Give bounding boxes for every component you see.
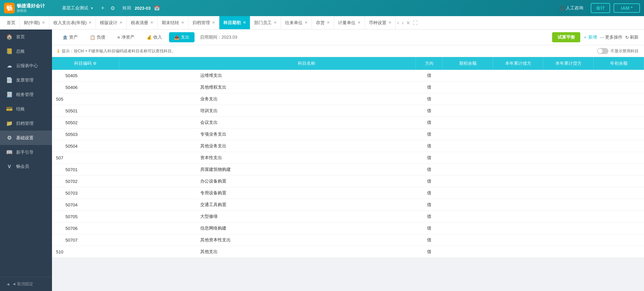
- tab-dept-staff[interactable]: 部门员工 ✕: [250, 16, 281, 30]
- human-consult-button[interactable]: 🎧 人工咨询: [559, 5, 583, 11]
- top-header: 畅 畅捷通好会计 旗舰版 基层工会测试 ▼ + ⚙ 账期 2023-03 📅 🎧…: [0, 0, 644, 16]
- cell-period-balance: [443, 70, 493, 82]
- tab-close-icon[interactable]: ✕: [181, 20, 184, 25]
- calendar-icon[interactable]: 📅: [154, 5, 160, 11]
- calc-balance-button[interactable]: 试算平衡: [552, 32, 580, 42]
- tab-transactions[interactable]: 往来单位 ✕: [281, 16, 312, 30]
- tab-home[interactable]: 首页: [3, 16, 20, 30]
- tab-close-icon[interactable]: ✕: [42, 20, 45, 25]
- subtab-asset[interactable]: 🏦 资产: [57, 32, 83, 42]
- tab-finance-mid[interactable]: 财(中期) ✕: [20, 16, 49, 30]
- tab-close-icon[interactable]: ✕: [243, 20, 246, 25]
- sidebar-item-invoice[interactable]: 📄 发票管理: [0, 73, 52, 87]
- settings-icon[interactable]: ⚙: [109, 5, 116, 11]
- table-row[interactable]: 50702办公设备购置借: [52, 176, 644, 187]
- tab-close-all-icon[interactable]: ✕: [405, 20, 412, 26]
- subtab-expenditure[interactable]: 📤 支出: [169, 32, 195, 42]
- table-row[interactable]: 507资本性支出借: [52, 152, 644, 164]
- table-row[interactable]: 50502会议支出借: [52, 117, 644, 129]
- refresh-icon: ↻: [625, 35, 629, 40]
- cell-period-balance: [443, 246, 493, 258]
- sidebar-collapse-button[interactable]: ◄ ◄ 取消固定: [0, 277, 52, 291]
- tab-expand-icon[interactable]: ⛶: [412, 20, 419, 26]
- sidebar-item-reports[interactable]: ☁ 云报表中心: [0, 58, 52, 73]
- cell-period-balance: [443, 223, 493, 234]
- cell-code: 50405: [52, 70, 198, 82]
- tab-close-icon[interactable]: ✕: [305, 20, 308, 25]
- tab-close-icon[interactable]: ✕: [212, 20, 215, 25]
- tab-close-icon[interactable]: ✕: [274, 20, 277, 25]
- iam-button[interactable]: iAM *: [613, 3, 640, 13]
- cell-code: 50707: [52, 234, 198, 246]
- table-row[interactable]: 50504其他业务支出借: [52, 140, 644, 152]
- tab-subject-init[interactable]: 科目期初 ✕: [219, 16, 250, 30]
- sidebar-item-member[interactable]: V 畅会员: [0, 159, 52, 174]
- tab-uom[interactable]: 计量单位 ✕: [334, 16, 365, 30]
- table-header-row: 科目编码 ⚙ 科目名称 方向 期初余额 本年累计借方 本年累计贷方 年初余额: [52, 57, 644, 70]
- table-row[interactable]: 50503专项业务支出借: [52, 129, 644, 140]
- tab-close-icon[interactable]: ✕: [388, 20, 391, 25]
- cell-period-balance: [443, 82, 493, 93]
- sidebar-item-settlement[interactable]: 💳 结账: [0, 102, 52, 116]
- table-row[interactable]: 50704交通工具购置借: [52, 199, 644, 211]
- sidebar-item-settings[interactable]: ⚙ 基础设置: [0, 131, 52, 145]
- tab-close-icon[interactable]: ✕: [358, 20, 361, 25]
- sidebar-item-archive[interactable]: 📁 归档管理: [0, 116, 52, 131]
- more-actions-button[interactable]: ⋯ 更多操作: [600, 34, 623, 40]
- cell-code: 50502: [52, 117, 198, 129]
- tab-template[interactable]: 模版设计 ✕: [96, 16, 127, 30]
- tab-inventory[interactable]: 存货 ✕: [312, 16, 334, 30]
- table-row[interactable]: 505业务支出借: [52, 93, 644, 105]
- add-button[interactable]: ＋ 新增: [583, 34, 597, 40]
- cell-direction: 借: [416, 93, 443, 105]
- table-row[interactable]: 50706信息网络购建借: [52, 223, 644, 234]
- subtab-liability[interactable]: 📋 负债: [85, 32, 110, 42]
- tab-currency[interactable]: 币种设置 ✕: [365, 16, 396, 30]
- add-company-button[interactable]: +: [100, 5, 106, 12]
- cell-period-balance: [443, 140, 493, 152]
- table-row[interactable]: 50405运维维支出借: [52, 70, 644, 82]
- table-row[interactable]: 50501培训支出借: [52, 105, 644, 117]
- th-direction: 方向: [416, 57, 443, 70]
- tab-archive-mgmt[interactable]: 归档管理 ✕: [189, 16, 219, 30]
- tab-close-icon[interactable]: ✕: [89, 20, 92, 25]
- tab-period-end[interactable]: 期末结转 ✕: [158, 16, 189, 30]
- refresh-button[interactable]: ↻ 刷新: [625, 34, 639, 40]
- subtab-net-asset[interactable]: ≡ 净资产: [112, 32, 140, 42]
- cell-ytd-debit: [493, 223, 543, 234]
- tab-nav-right-icon[interactable]: ›: [400, 20, 405, 26]
- subtab-income[interactable]: 💰 收入: [142, 32, 167, 42]
- cell-ytd-credit: [543, 176, 594, 187]
- table-row[interactable]: 510其他支出借: [52, 246, 644, 258]
- cell-period-balance: [443, 105, 493, 117]
- account-button[interactable]: 会计: [591, 3, 610, 13]
- cell-ytd-credit: [543, 246, 594, 258]
- settlement-icon: 💳: [6, 106, 13, 112]
- tab-close-icon[interactable]: ✕: [119, 20, 122, 25]
- column-settings-icon[interactable]: ⚙: [93, 61, 97, 66]
- tab-nav-left-icon[interactable]: ‹: [396, 20, 400, 26]
- table-row[interactable]: 50707其他资本性支出借: [52, 234, 644, 246]
- logo-icon: 畅: [4, 3, 15, 13]
- cell-year-balance: [594, 199, 644, 211]
- tab-income-annual[interactable]: 收入支出表(年报) ✕: [49, 16, 96, 30]
- table-row[interactable]: 50703专用设备购置借: [52, 187, 644, 199]
- table-row[interactable]: 50705大型修缮借: [52, 211, 644, 223]
- cell-name: 其他资本性支出: [198, 234, 416, 246]
- tab-close-icon[interactable]: ✕: [150, 20, 153, 25]
- sidebar-item-guide[interactable]: 📖 新手引导: [0, 145, 52, 159]
- tab-close-icon[interactable]: ✕: [327, 20, 330, 25]
- table-container[interactable]: 科目编码 ⚙ 科目名称 方向 期初余额 本年累计借方 本年累计贷方 年初余额 5…: [52, 57, 644, 291]
- table-row[interactable]: 50701房屋建筑物购建借: [52, 164, 644, 176]
- tab-tax[interactable]: 税表清册 ✕: [127, 16, 158, 30]
- toggle-disabled-subjects[interactable]: 不显示禁用科目: [597, 48, 639, 54]
- sidebar-item-home[interactable]: 🏠 首页: [0, 30, 52, 44]
- company-selector[interactable]: 基层工会测试 ▼: [59, 4, 96, 12]
- cell-period-balance: [443, 129, 493, 140]
- cell-ytd-credit: [543, 140, 594, 152]
- toggle-control[interactable]: [597, 48, 608, 54]
- collapse-label: ◄ 取消固定: [12, 281, 33, 287]
- table-row[interactable]: 50406其他维权支出借: [52, 82, 644, 93]
- sidebar-item-ledger[interactable]: 📒 总账: [0, 44, 52, 58]
- sidebar-item-tax[interactable]: 🧾 税务管理: [0, 87, 52, 102]
